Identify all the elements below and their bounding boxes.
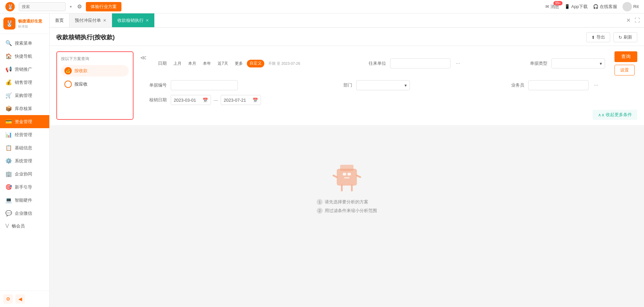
counterpart-dots-icon[interactable]: ··· xyxy=(454,60,462,66)
date-tab-last-month[interactable]: 上月 xyxy=(171,60,184,67)
target-icon: 🎯 xyxy=(5,184,12,190)
sidebar-item-sales[interactable]: 💰 销售管理 xyxy=(0,76,49,89)
sidebar-item-purchase[interactable]: 🛒 采购管理 xyxy=(0,89,49,102)
sidebar-item-search[interactable]: 🔍 搜索菜单 xyxy=(0,37,49,50)
sidebar-logo-area: 🐰 畅捷通好生意 标准版 xyxy=(0,13,49,34)
close-tab-icon[interactable]: ✕ xyxy=(626,17,631,23)
doc-no-label: 单据编号 xyxy=(147,82,167,88)
verify-date-start-input[interactable]: 2023-03-01 📅 xyxy=(171,95,211,105)
headset-icon: 🎧 xyxy=(593,4,598,9)
sidebar-item-marketing[interactable]: 📢 营销推广 xyxy=(0,63,49,76)
messages-button[interactable]: ✉ 消息 99+ xyxy=(545,4,559,10)
doc-type-label: 单据类型 xyxy=(527,60,547,66)
sidebar-collapse-button[interactable]: ◀ xyxy=(15,294,25,304)
filter-right-panel: 日期 上月 本月 本年 近7天 更多 自定义 不限 至 2023-07-26 xyxy=(147,51,637,120)
sidebar-item-operation[interactable]: 📊 经营管理 xyxy=(0,128,49,141)
building-icon: 🏢 xyxy=(5,171,12,177)
chevron-up-icon: ∧∧ xyxy=(598,112,605,117)
svg-rect-2 xyxy=(343,173,346,175)
vip-icon: V xyxy=(5,223,9,229)
settings-gear-icon[interactable]: ⚙ xyxy=(77,3,82,10)
page-header: 收款核销执行(按收款) ⬆ 导出 ↻ 刷新 xyxy=(50,28,644,46)
sidebar-item-member[interactable]: V 畅会员 xyxy=(0,220,49,233)
dropdown-chevron-icon[interactable]: ▾ xyxy=(70,4,72,9)
app-logo-icon: 🐰 xyxy=(5,2,15,11)
wechat-icon: 💬 xyxy=(5,210,12,216)
sidebar-item-wechat[interactable]: 💬 企业微信 xyxy=(0,207,49,220)
empty-tip-row-2: 2 用过滤条件来缩小分析范围 xyxy=(317,206,377,215)
sidebar-item-system[interactable]: ⚙️ 系统管理 xyxy=(0,154,49,167)
search-input[interactable] xyxy=(19,2,66,11)
filter-option-by-receivable[interactable]: ⏱ 按应收 xyxy=(61,79,129,90)
collapse-more-conditions-button[interactable]: ∧∧ 收起更多条件 xyxy=(593,110,637,120)
dept-select[interactable]: ▾ xyxy=(356,80,410,90)
filter-rows: 日期 上月 本月 本年 近7天 更多 自定义 不限 至 2023-07-26 xyxy=(147,51,637,105)
counterpart-label: 往来单位 xyxy=(366,60,386,66)
sidebar-bottom: ⚙ ◀ xyxy=(0,291,49,307)
sidebar-item-guide[interactable]: 🎯 新手引导 xyxy=(0,181,49,194)
query-button[interactable]: 查询 xyxy=(614,51,637,62)
main-layout: 🐰 畅捷通好生意 标准版 🔍 搜索菜单 🏠 快捷导航 📢 营销推广 💰 销售管理 xyxy=(0,13,644,307)
svg-line-6 xyxy=(357,175,360,177)
empty-tip-row-1: 1 请先选择要分析的方案 xyxy=(317,198,377,206)
sidebar-item-quick-nav[interactable]: 🏠 快捷导航 xyxy=(0,50,49,63)
maximize-tab-icon[interactable]: ⛶ xyxy=(635,17,640,23)
sidebar-item-inventory[interactable]: 📦 库存核算 xyxy=(0,102,49,115)
filter-left-panel: 按以下方案查询 💰 按收款 ⏱ 按应收 xyxy=(56,51,133,120)
date-tab-custom[interactable]: 自定义 xyxy=(247,60,264,67)
date-tab-7days[interactable]: 近7天 xyxy=(215,60,231,67)
hardware-icon: 💻 xyxy=(5,197,12,203)
top-bar: 🐰 ▾ ⚙ 体验行业方案 ✉ 消息 99+ 📱 App下载 🎧 在线客服 Rit xyxy=(0,0,644,13)
refresh-button[interactable]: ↻ 刷新 xyxy=(613,32,637,42)
user-name: Rit xyxy=(633,4,639,9)
sidebar-settings-button[interactable]: ⚙ xyxy=(3,294,13,304)
tab-prepay[interactable]: 预付冲应付单 ✕ xyxy=(69,13,112,27)
sidebar-item-enterprise[interactable]: 🏢 企业协同 xyxy=(0,167,49,181)
empty-illustration xyxy=(330,159,364,192)
industry-solution-button[interactable]: 体验行业方案 xyxy=(86,2,121,11)
sidebar-item-hardware[interactable]: 💻 智能硬件 xyxy=(0,194,49,207)
calendar-start-icon[interactable]: 📅 xyxy=(203,98,208,103)
svg-rect-4 xyxy=(344,177,350,178)
filter-body: 按以下方案查询 💰 按收款 ⏱ 按应收 ≪ xyxy=(56,51,637,120)
page-header-actions: ⬆ 导出 ↻ 刷新 xyxy=(586,32,637,42)
sidebar-item-finance[interactable]: 💳 资金管理 xyxy=(0,115,49,128)
verify-date-end-input[interactable]: 2023-07-21 📅 xyxy=(221,95,261,105)
date-tab-this-month[interactable]: 本月 xyxy=(185,60,199,67)
user-menu[interactable]: Rit xyxy=(623,2,639,11)
tab-home[interactable]: 首页 xyxy=(50,13,69,27)
logo-area: 🐰 xyxy=(5,2,15,11)
page-title: 收款核销执行(按收款) xyxy=(56,33,115,41)
verify-date-range: 2023-03-01 📅 — 2023-07-21 📅 xyxy=(171,95,261,105)
doc-type-select[interactable]: ▾ xyxy=(551,58,605,68)
online-service-button[interactable]: 🎧 在线客服 xyxy=(593,4,617,10)
calendar-end-icon[interactable]: 📅 xyxy=(253,98,258,103)
settings-button[interactable]: 设置 xyxy=(614,65,635,75)
tab-collection-close-icon[interactable]: ✕ xyxy=(146,18,149,23)
filter-area: 按以下方案查询 💰 按收款 ⏱ 按应收 ≪ xyxy=(50,46,644,125)
doc-no-input[interactable] xyxy=(171,80,238,90)
date-tab-more[interactable]: 更多 xyxy=(232,60,246,67)
export-button[interactable]: ⬆ 导出 xyxy=(586,32,610,42)
staff-dots-icon[interactable]: ··· xyxy=(593,82,600,88)
content-below-filter: 1 请先选择要分析的方案 2 用过滤条件来缩小分析范围 xyxy=(50,125,644,249)
staff-input[interactable] xyxy=(528,80,589,90)
counterpart-input[interactable] xyxy=(390,58,450,68)
sidebar-item-basic[interactable]: 📋 基础信息 xyxy=(0,141,49,154)
sidebar: 🐰 畅捷通好生意 标准版 🔍 搜索菜单 🏠 快捷导航 📢 营销推广 💰 销售管理 xyxy=(0,13,50,307)
filter-row-verify-date: 核销日期 2023-03-01 📅 — 2023-07-21 xyxy=(147,95,637,105)
app-download-button[interactable]: 📱 App下载 xyxy=(565,4,588,10)
clipboard-icon: 📋 xyxy=(5,145,12,151)
date-tab-this-year[interactable]: 本年 xyxy=(200,60,214,67)
date-hint: 不限 至 2023-07-26 xyxy=(268,61,300,66)
svg-rect-1 xyxy=(340,165,354,171)
filter-row-date: 日期 上月 本月 本年 近7天 更多 自定义 不限 至 2023-07-26 xyxy=(147,51,637,75)
filter-option-by-collection[interactable]: 💰 按收款 xyxy=(61,65,129,76)
tab-prepay-close-icon[interactable]: ✕ xyxy=(103,18,106,23)
messages-badge: 99+ xyxy=(553,1,562,5)
tab-collection[interactable]: 收款核销执行 ✕ xyxy=(112,13,155,27)
date-label: 日期 xyxy=(147,60,167,66)
tab-actions: ✕ ⛶ xyxy=(622,13,644,27)
filter-collapse-icon[interactable]: ≪ xyxy=(140,54,147,61)
query-buttons: 查询 设置 xyxy=(614,51,637,75)
